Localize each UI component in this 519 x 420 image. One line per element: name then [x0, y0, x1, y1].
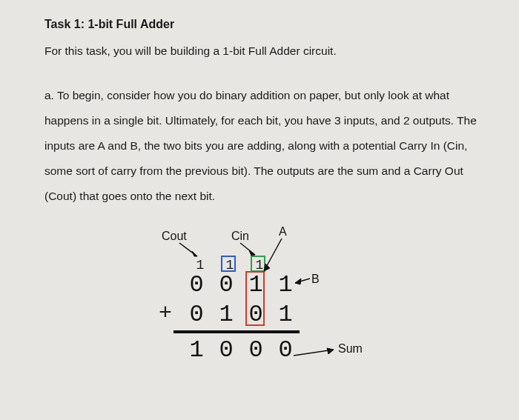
operand2-bit0: 0 [188, 301, 205, 328]
svg-marker-9 [327, 348, 334, 354]
paragraph-a: a. To begin, consider how you do binary … [44, 83, 480, 209]
task-title: Task 1: 1-bit Full Adder [44, 18, 480, 31]
plus-sign: + [159, 301, 172, 326]
arrow-cin [239, 241, 261, 258]
result-bit3: 0 [277, 336, 294, 364]
arrow-cout [172, 241, 202, 259]
arrow-a [261, 237, 286, 274]
intro-text: For this task, you will be building a 1-… [44, 44, 480, 58]
svg-marker-1 [192, 251, 197, 256]
carry-bit-1: 1 [224, 258, 236, 273]
operand2-bit3: 1 [277, 301, 294, 328]
label-sum: Sum [338, 342, 363, 356]
svg-marker-3 [249, 250, 255, 256]
operand2-bit1: 1 [218, 301, 234, 328]
svg-marker-5 [264, 264, 270, 271]
carry-bit-0: 1 [194, 258, 206, 273]
operand1-bit2: 1 [248, 271, 264, 299]
result-bit2: 0 [248, 336, 264, 364]
svg-marker-7 [295, 279, 301, 284]
operand1-bit0: 0 [188, 271, 205, 299]
arrow-sum [292, 347, 338, 359]
operand1-bit1: 0 [218, 271, 234, 299]
binary-addition-diagram: Cout Cin A B Sum 1 1 1 0 0 1 1 + 0 1 0 1… [114, 230, 411, 385]
result-bit1: 0 [218, 336, 234, 364]
operand1-bit3: 1 [277, 271, 294, 299]
result-bit0: 1 [188, 336, 205, 364]
arrow-b [294, 276, 313, 286]
addition-rule-line [173, 330, 300, 333]
operand2-bit2: 0 [248, 301, 264, 328]
